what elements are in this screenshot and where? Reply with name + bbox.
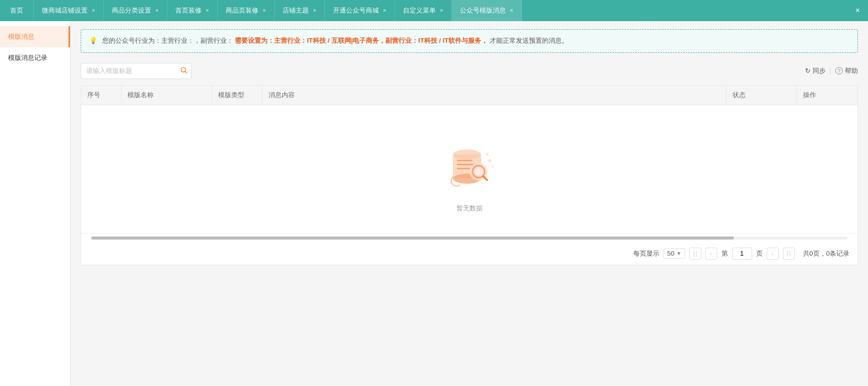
per-page-select[interactable]: 50 ▼ xyxy=(663,248,685,259)
page-total: 共0页，0条记录 xyxy=(803,249,849,258)
nav-tab-product-decor[interactable]: 商品页装修 × xyxy=(218,0,275,21)
col-header-type: 模版类型 xyxy=(212,86,262,105)
sidebar: 模版消息 模版消息记录 xyxy=(0,21,71,386)
scrollbar-track[interactable] xyxy=(91,237,847,240)
search-bar: ↻ 同步 | ? 帮助 xyxy=(81,63,858,79)
scrollbar-thumb xyxy=(91,237,734,240)
main-layout: 模版消息 模版消息记录 💡 您的公众号行业为：主营行业：，副营行业： 需要设置为… xyxy=(0,21,868,386)
toolbar-right: ↻ 同步 | ? 帮助 xyxy=(805,66,858,75)
nav-tab-template-msg[interactable]: 公众号模版消息 × xyxy=(452,0,522,21)
open-mall-tab-close[interactable]: × xyxy=(383,7,386,14)
data-table: 序号 模版名称 模版类型 消息内容 状态 操作 xyxy=(81,85,858,265)
home-tab-label: 首页 xyxy=(10,6,23,15)
empty-text: 暂无数据 xyxy=(456,204,483,213)
wshop-tab-label: 微商城店铺设置 xyxy=(42,6,88,15)
sync-label: 同步 xyxy=(813,66,826,75)
nav-tab-home[interactable]: 首页 xyxy=(0,0,34,21)
col-header-content: 消息内容 xyxy=(262,86,726,105)
scrollbar-row xyxy=(81,233,857,243)
per-page-label: 每页显示 xyxy=(633,249,659,258)
svg-line-1 xyxy=(185,71,187,73)
sidebar-item-template-record-label: 模版消息记录 xyxy=(8,54,47,61)
notice-box: 💡 您的公众号行业为：主营行业：，副营行业： 需要设置为：主营行业：IT科技 /… xyxy=(81,29,858,53)
top-nav: 首页 微商城店铺设置 × 商品分类设置 × 首页装修 × 商品页装修 × 店铺主… xyxy=(0,0,868,21)
per-page-value: 50 xyxy=(667,250,674,257)
sidebar-item-template-message[interactable]: 模版消息 xyxy=(0,26,70,47)
template-msg-tab-label: 公众号模版消息 xyxy=(460,6,506,15)
nav-tab-wshop-setting[interactable]: 微商城店铺设置 × xyxy=(34,0,104,21)
help-icon: ? xyxy=(835,67,843,74)
home-decor-tab-label: 首页装修 xyxy=(175,6,202,15)
table-header: 序号 模版名称 模版类型 消息内容 状态 操作 xyxy=(81,86,857,105)
first-page-icon: ⟨⟨ xyxy=(693,250,698,257)
empty-illustration xyxy=(439,135,500,196)
prev-page-icon: ‹ xyxy=(710,250,712,257)
sidebar-item-template-record[interactable]: 模版消息记录 xyxy=(0,47,70,68)
open-mall-tab-label: 开通公众号商城 xyxy=(333,6,379,15)
empty-state: 暂无数据 xyxy=(81,105,857,233)
svg-point-13 xyxy=(492,166,494,168)
col-header-status: 状态 xyxy=(726,86,797,105)
next-page-btn[interactable]: › xyxy=(767,248,779,260)
nav-tab-custom-menu[interactable]: 自定义菜单 × xyxy=(395,0,452,21)
svg-point-14 xyxy=(486,153,488,156)
shop-theme-tab-close[interactable]: × xyxy=(313,7,316,14)
sync-icon: ↻ xyxy=(805,67,811,74)
notice-suffix: 才能正常发送预置的消息。 xyxy=(490,37,568,44)
col-header-action: 操作 xyxy=(797,86,857,105)
home-decor-tab-close[interactable]: × xyxy=(206,7,209,14)
nav-tab-open-mall[interactable]: 开通公众号商城 × xyxy=(325,0,395,21)
global-close-icon: × xyxy=(855,6,860,15)
nav-tab-home-decor[interactable]: 首页装修 × xyxy=(167,0,218,21)
col-header-index: 序号 xyxy=(81,86,121,105)
notice-highlight: 需要设置为：主营行业：IT科技 / 互联网|电子商务，副营行业：IT科技 / I… xyxy=(235,37,488,44)
col-header-name: 模版名称 xyxy=(121,86,212,105)
prev-page-btn[interactable]: ‹ xyxy=(705,248,717,260)
toolbar-divider: | xyxy=(830,67,831,74)
svg-point-12 xyxy=(488,159,491,162)
search-icon[interactable] xyxy=(180,66,187,75)
shop-theme-tab-label: 店铺主题 xyxy=(283,6,309,15)
sidebar-item-template-message-label: 模版消息 xyxy=(8,33,34,40)
svg-point-11 xyxy=(475,168,482,175)
content-area: 💡 您的公众号行业为：主营行业：，副营行业： 需要设置为：主营行业：IT科技 /… xyxy=(71,21,868,386)
product-category-tab-close[interactable]: × xyxy=(155,7,159,14)
current-page-input[interactable] xyxy=(732,248,752,260)
per-page-chevron-icon: ▼ xyxy=(677,251,682,256)
custom-menu-tab-close[interactable]: × xyxy=(440,7,443,14)
product-category-tab-label: 商品分类设置 xyxy=(112,6,151,15)
nav-tab-product-category[interactable]: 商品分类设置 × xyxy=(104,0,167,21)
global-close-btn[interactable]: × xyxy=(847,0,868,21)
search-input-wrap xyxy=(81,63,191,79)
notice-prefix: 您的公众号行业为：主营行业：，副营行业： xyxy=(102,37,233,44)
nav-tab-shop-theme[interactable]: 店铺主题 × xyxy=(275,0,325,21)
lightbulb-icon: 💡 xyxy=(89,37,97,44)
help-button[interactable]: ? 帮助 xyxy=(835,66,858,75)
pagination: 每页显示 50 ▼ ⟨⟨ ‹ 第 页 › ⟩⟩ xyxy=(81,243,857,265)
last-page-icon: ⟩⟩ xyxy=(786,250,791,257)
sync-button[interactable]: ↻ 同步 xyxy=(805,66,826,75)
next-page-icon: › xyxy=(772,250,774,257)
custom-menu-tab-label: 自定义菜单 xyxy=(403,6,436,15)
product-decor-tab-close[interactable]: × xyxy=(262,7,266,14)
product-decor-tab-label: 商品页装修 xyxy=(226,6,258,15)
template-msg-tab-close[interactable]: × xyxy=(510,7,513,14)
help-label: 帮助 xyxy=(845,66,858,75)
last-page-btn[interactable]: ⟩⟩ xyxy=(783,248,795,260)
first-page-btn[interactable]: ⟨⟨ xyxy=(689,248,701,260)
page-label-prefix: 第 xyxy=(721,249,728,258)
search-input[interactable] xyxy=(81,63,191,79)
wshop-tab-close[interactable]: × xyxy=(92,7,95,14)
page-label-suffix: 页 xyxy=(756,249,763,258)
